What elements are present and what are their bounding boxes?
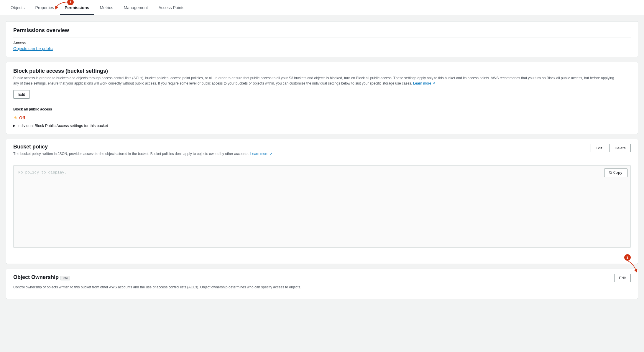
policy-display-area: No policy to display. ⧉ Copy <box>13 165 631 248</box>
bucket-policy-card: Bucket policy The bucket policy, written… <box>6 139 638 264</box>
bucket-policy-header: Bucket policy The bucket policy, written… <box>6 139 638 161</box>
block-access-title: Block public access (bucket settings) <box>13 68 619 74</box>
main-content: Permissions overview Access Objects can … <box>0 15 644 305</box>
individual-settings-label: Individual Block Public Access settings … <box>17 123 108 128</box>
annotation-badge-2: 2 <box>624 254 631 261</box>
permissions-overview-body: Permissions overview Access Objects can … <box>6 22 638 57</box>
chevron-right-icon: ▶ <box>13 124 16 127</box>
external-link-icon: ↗ <box>432 81 435 85</box>
object-ownership-title-left: Object Ownership Info <box>13 274 70 282</box>
warning-icon: ⚠ <box>13 115 17 120</box>
permissions-overview-title: Permissions overview <box>13 27 631 34</box>
object-ownership-body: Object Ownership Info Edit Control owner… <box>6 269 638 299</box>
tab-metrics[interactable]: Metrics <box>95 0 118 15</box>
tabs-bar: 1 Objects Properties Permissions Metrics… <box>0 0 644 15</box>
block-access-learn-more[interactable]: Learn more ↗ <box>413 81 435 85</box>
object-ownership-title: Object Ownership <box>13 274 59 280</box>
block-all-label: Block all public access <box>13 107 631 111</box>
bucket-policy-delete-button[interactable]: Delete <box>610 144 631 152</box>
object-ownership-edit-button[interactable]: Edit <box>614 274 631 282</box>
object-ownership-desc: Control ownership of objects written to … <box>13 285 631 290</box>
individual-settings-expand[interactable]: ▶ Individual Block Public Access setting… <box>13 123 631 128</box>
block-access-edit-button[interactable]: Edit <box>13 90 30 99</box>
copy-button[interactable]: ⧉ Copy <box>604 168 627 177</box>
tab-access-points[interactable]: Access Points <box>154 0 189 15</box>
block-status-value: Off <box>19 115 25 120</box>
access-value[interactable]: Objects can be public <box>13 46 631 51</box>
object-ownership-title-row: Object Ownership Info Edit <box>13 274 631 282</box>
object-ownership-card: Object Ownership Info Edit Control owner… <box>6 269 638 299</box>
access-label: Access <box>13 41 631 45</box>
block-access-desc: Public access is granted to buckets and … <box>13 75 619 86</box>
tab-properties[interactable]: Properties <box>30 0 59 15</box>
bucket-policy-desc: The bucket policy, written in JSON, prov… <box>13 151 579 156</box>
block-access-status: ⚠ Off <box>13 115 631 120</box>
info-badge[interactable]: Info <box>60 276 70 280</box>
no-policy-text: No policy to display. <box>18 170 67 175</box>
bucket-policy-learn-more[interactable]: Learn more ↗ <box>250 152 272 156</box>
tab-objects[interactable]: Objects <box>6 0 29 15</box>
bucket-policy-title: Bucket policy <box>13 144 579 150</box>
bucket-policy-btn-group: Edit Delete <box>591 144 631 152</box>
permissions-overview-card: Permissions overview Access Objects can … <box>6 21 638 57</box>
tab-permissions[interactable]: Permissions <box>60 0 94 15</box>
bucket-policy-edit-button[interactable]: Edit <box>591 144 607 152</box>
copy-icon: ⧉ <box>609 171 612 175</box>
annotation-2-row: 2 <box>6 252 638 261</box>
tab-management[interactable]: Management <box>119 0 153 15</box>
bucket-policy-external-link-icon: ↗ <box>270 152 272 156</box>
block-public-access-body: Block public access (bucket settings) Pu… <box>6 62 638 134</box>
block-public-access-card: Block public access (bucket settings) Pu… <box>6 62 638 134</box>
